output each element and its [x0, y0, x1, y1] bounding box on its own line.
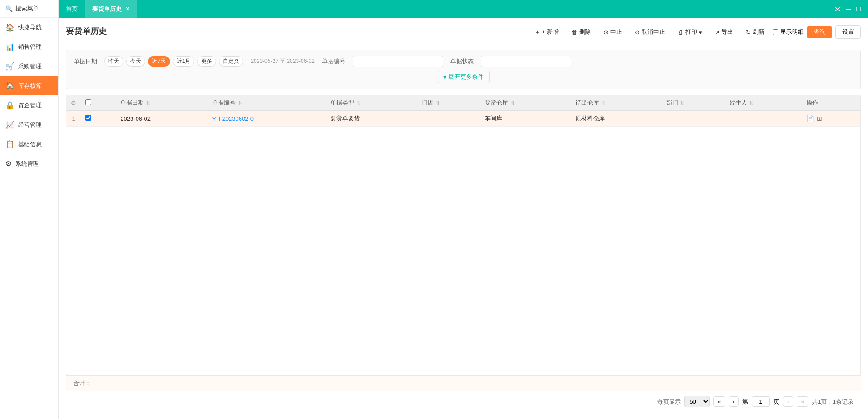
show-detail-checkbox[interactable]: [773, 29, 778, 35]
doc-number-link[interactable]: YH-20230602-0: [212, 115, 254, 122]
delete-button[interactable]: 🗑 删除: [567, 26, 595, 38]
tab-home-label: 首页: [66, 5, 78, 13]
sidebar-item-basic[interactable]: 📋 基础信息: [0, 134, 58, 154]
show-detail-toggle[interactable]: 显示明细: [773, 28, 804, 36]
tab-home[interactable]: 首页: [59, 0, 85, 18]
print-dropdown-icon: ▾: [699, 29, 702, 36]
doc-status-select[interactable]: [481, 56, 571, 67]
data-table-wrapper: ⚙ 单据日期 ⇅ 单据编号 ⇅ 单据类型 ⇅: [66, 95, 861, 375]
sidebar-item-sales[interactable]: 📊 销售管理: [0, 37, 58, 57]
date-btn-today[interactable]: 今天: [126, 56, 145, 67]
sidebar-item-inventory[interactable]: 🏠 库存核算: [0, 76, 58, 95]
sidebar-item-label: 快捷导航: [18, 24, 42, 32]
col-req-warehouse[interactable]: 要货仓库 ⇅: [480, 95, 571, 111]
per-page-select[interactable]: 50 10 20 100: [684, 396, 710, 407]
sidebar-item-label: 资金管理: [18, 101, 42, 110]
sort-req-warehouse-icon: ⇅: [511, 100, 514, 105]
prev-page-button[interactable]: ‹: [729, 396, 739, 407]
sidebar-item-label: 销售管理: [18, 43, 42, 51]
print-button[interactable]: 🖨 打印 ▾: [673, 26, 707, 38]
row-checkbox-cell: [81, 111, 116, 127]
col-doc-date[interactable]: 单据日期 ⇅: [116, 95, 208, 111]
window-maximize-icon[interactable]: □: [856, 5, 861, 13]
sidebar-item-operations[interactable]: 📈 经营管理: [0, 115, 58, 134]
stop-icon: ⊘: [604, 29, 609, 36]
sidebar: 🔍 搜索菜单 🏠 快捷导航 📊 销售管理 🛒 采购管理 🏠 库存核算 🔒 资金管…: [0, 0, 59, 419]
total-info: 共1页，1条记录: [812, 398, 854, 406]
col-pending-warehouse[interactable]: 待出仓库 ⇅: [571, 95, 662, 111]
tab-requisition-label: 要货单历史: [92, 5, 122, 13]
col-doc-type[interactable]: 单据类型 ⇅: [326, 95, 417, 111]
basic-icon: 📋: [5, 140, 14, 148]
window-minimize-icon[interactable]: ─: [846, 5, 851, 13]
sidebar-item-purchase[interactable]: 🛒 采购管理: [0, 57, 58, 76]
filter-row-1: 单据日期 昨天 今天 近7天 近1月 更多 自定义 2023-05-27 至 2…: [74, 56, 853, 67]
date-btn-more[interactable]: 更多: [197, 56, 216, 67]
cancel-stop-button[interactable]: ⊙ 取消中止: [630, 26, 670, 38]
export-button[interactable]: ↗ 导出: [710, 26, 738, 38]
row-actions: 📄 ⊞: [802, 111, 860, 127]
sort-doc-number-icon: ⇅: [238, 100, 242, 105]
query-button[interactable]: 查询: [807, 26, 832, 38]
window-close-icon[interactable]: ✕: [835, 5, 840, 14]
settings-button[interactable]: 设置: [835, 25, 861, 39]
sidebar-search-label: 搜索菜单: [15, 5, 39, 13]
expand-more-button[interactable]: ▾ 展开更多条件: [438, 71, 490, 83]
chart-icon: 📊: [5, 43, 14, 51]
sidebar-item-quick-nav[interactable]: 🏠 快捷导航: [0, 18, 58, 37]
toolbar: ＋ + 新增 🗑 删除 ⊘ 中止 ⊙ 取消中止 🖨 打印: [530, 25, 861, 39]
next-page-button[interactable]: ›: [783, 396, 793, 407]
pagination: 每页显示 50 10 20 100 « ‹ 第 页 › » 共1页，1条记录: [66, 391, 861, 412]
col-department[interactable]: 部门 ⇅: [662, 95, 725, 111]
expand-more-row: ▾ 展开更多条件: [74, 71, 853, 83]
tab-close-icon[interactable]: ✕: [125, 6, 130, 12]
tab-requisition-history[interactable]: 要货单历史 ✕: [85, 0, 137, 18]
col-settings[interactable]: ⚙: [66, 95, 81, 111]
sidebar-item-label: 采购管理: [18, 62, 42, 71]
new-icon: ＋: [534, 28, 540, 36]
row-checkbox[interactable]: [85, 115, 91, 121]
sidebar-item-label: 经营管理: [18, 121, 42, 129]
sort-handler-icon: ⇅: [750, 100, 753, 105]
refresh-button[interactable]: ↻ 刷新: [741, 26, 769, 38]
date-btn-yesterday[interactable]: 昨天: [104, 56, 123, 67]
sidebar-item-finance[interactable]: 🔒 资金管理: [0, 95, 58, 115]
row-doc-number: YH-20230602-0: [208, 111, 326, 127]
new-button[interactable]: ＋ + 新增: [530, 26, 563, 38]
inventory-icon: 🏠: [5, 81, 14, 90]
sort-department-icon: ⇅: [680, 100, 684, 105]
col-handler[interactable]: 经手人 ⇅: [725, 95, 802, 111]
expand-icon: ▾: [443, 74, 447, 81]
search-icon: 🔍: [5, 5, 13, 12]
row-edit-icon[interactable]: 📄: [807, 115, 814, 122]
sort-pending-warehouse-icon: ⇅: [602, 100, 605, 105]
date-btn-custom[interactable]: 自定义: [219, 56, 243, 67]
table-body: 1 2023-06-02 YH-20230602-0 要货单要货 车间库 原材料…: [66, 111, 860, 127]
table-header: ⚙ 单据日期 ⇅ 单据编号 ⇅ 单据类型 ⇅: [66, 95, 860, 111]
col-store[interactable]: 门店 ⇅: [417, 95, 480, 111]
select-all-checkbox[interactable]: [85, 99, 91, 105]
row-store: [417, 111, 480, 127]
date-btn-last1month[interactable]: 近1月: [173, 56, 195, 67]
finance-icon: 🔒: [5, 101, 14, 110]
summary-label: 合计：: [73, 379, 91, 387]
page-suffix-label: 页: [774, 398, 779, 406]
stop-button[interactable]: ⊘ 中止: [599, 26, 627, 38]
row-doc-type: 要货单要货: [326, 111, 417, 127]
col-doc-number[interactable]: 单据编号 ⇅: [208, 95, 326, 111]
date-btn-last7days[interactable]: 近7天: [148, 56, 170, 67]
home-icon: 🏠: [5, 23, 14, 32]
last-page-button[interactable]: »: [797, 396, 808, 407]
sidebar-item-label: 库存核算: [18, 82, 42, 90]
sidebar-item-system[interactable]: ⚙ 系统管理: [0, 154, 58, 173]
first-page-button[interactable]: «: [713, 396, 725, 407]
doc-number-label: 单据编号: [322, 57, 345, 66]
topbar-right: ✕ ─ □: [835, 5, 868, 14]
row-delete-icon[interactable]: ⊞: [817, 115, 822, 122]
doc-status-label: 单据状态: [450, 57, 474, 66]
page-number-input[interactable]: [752, 396, 770, 407]
doc-number-input[interactable]: [353, 56, 443, 67]
page-content: 要货单历史 ＋ + 新增 🗑 删除 ⊘ 中止 ⊙ 取消中止: [59, 18, 868, 419]
sidebar-search[interactable]: 🔍 搜索菜单: [0, 0, 58, 18]
main-area: 首页 要货单历史 ✕ ✕ ─ □ 要货单历史 ＋ + 新增 🗑 删除: [59, 0, 868, 419]
